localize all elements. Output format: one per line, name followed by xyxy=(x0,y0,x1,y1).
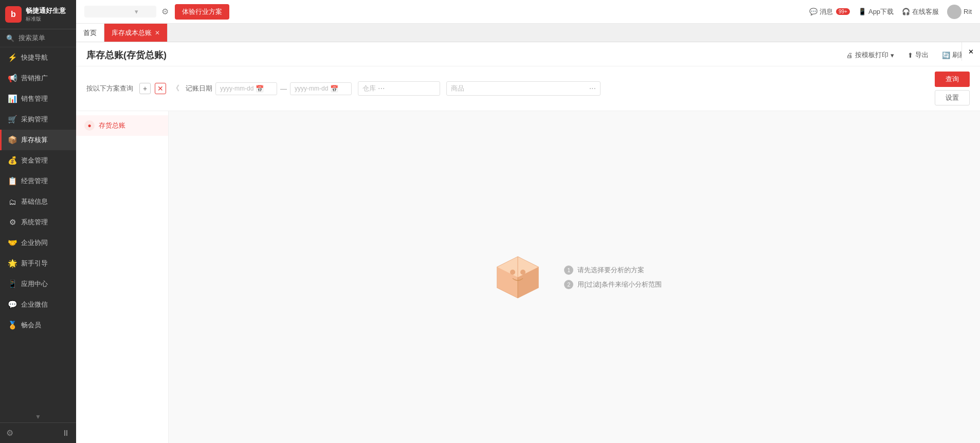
query-button[interactable]: 查询 xyxy=(935,72,970,87)
sidebar-item-fund[interactable]: 💰 资金管理 xyxy=(0,150,76,171)
sidebar-item-label: 销售管理 xyxy=(21,94,48,103)
empty-state-inner: 1 请先选择要分析的方案 2 用[过滤]条件来缩小分析范围 xyxy=(487,246,661,308)
user-name: Rit xyxy=(964,8,972,15)
avatar xyxy=(947,5,961,19)
app-download-button[interactable]: 📱 App下载 xyxy=(858,7,894,16)
sidebar-item-label: 企业微信 xyxy=(21,300,48,309)
scheme-item-inventory-ledger[interactable]: ● 存货总账 xyxy=(76,115,168,136)
sidebar-item-label: 应用中心 xyxy=(21,279,48,289)
sidebar-item-system[interactable]: ⚙ 系统管理 xyxy=(0,212,76,233)
main-panel: 库存总账(存货总账) 🖨 按模板打印 ▾ ⬆ 导出 🔄 刷新 xyxy=(76,42,980,443)
tab-inventory-ledger[interactable]: 库存成本总账 ✕ xyxy=(104,24,168,42)
empty-tip-1-text: 请先选择要分析的方案 xyxy=(577,265,644,275)
print-icon: 🖨 xyxy=(846,51,853,59)
sidebar-item-label: 资金管理 xyxy=(21,156,48,165)
message-button[interactable]: 💬 消息 99+ xyxy=(809,7,850,16)
empty-tip-2: 2 用[过滤]条件来缩小分析范围 xyxy=(564,280,661,289)
warehouse-field-group: 仓库 ··· xyxy=(358,81,440,96)
tab-inventory-label: 库存成本总账 xyxy=(112,28,152,38)
panel-header: 库存总账(存货总账) 🖨 按模板打印 ▾ ⬆ 导出 🔄 刷新 xyxy=(76,42,980,66)
sidebar-item-enterprise[interactable]: 🤝 企业协同 xyxy=(0,233,76,253)
online-service-label: 在线客服 xyxy=(912,7,939,16)
user-avatar-area[interactable]: Rit xyxy=(947,5,972,19)
print-template-label: 按模板打印 xyxy=(855,50,888,60)
settings-footer-icon[interactable]: ⚙ xyxy=(6,428,13,438)
empty-svg xyxy=(487,246,549,308)
date-start-input[interactable]: yyyy-mm-dd 📅 xyxy=(215,82,277,95)
date-end-placeholder: yyyy-mm-dd xyxy=(295,85,328,92)
sidebar-item-guide[interactable]: 🌟 新手引导 xyxy=(0,253,76,274)
sidebar-item-label: 采购管理 xyxy=(21,115,48,124)
app-brand-name: 畅捷通好生意 xyxy=(26,6,66,15)
calendar-start-icon: 📅 xyxy=(256,85,264,93)
search-icon: 🔍 xyxy=(6,34,14,42)
sidebar-item-label: 畅会员 xyxy=(21,321,41,330)
tip-num-1: 1 xyxy=(564,265,573,275)
date-start-placeholder: yyyy-mm-dd xyxy=(220,85,253,92)
sidebar-search-label: 搜索菜单 xyxy=(19,33,45,43)
sidebar-item-label: 新手引导 xyxy=(21,259,48,268)
settings-button[interactable]: 设置 xyxy=(935,90,970,105)
product-placeholder: 商品 xyxy=(451,84,464,93)
sidebar-item-basic-info[interactable]: 🗂 基础信息 xyxy=(0,191,76,212)
sidebar-item-wecom[interactable]: 💬 企业微信 xyxy=(0,294,76,315)
empty-tips: 1 请先选择要分析的方案 2 用[过滤]条件来缩小分析范围 xyxy=(564,265,661,289)
content-area: 库存总账(存货总账) 🖨 按模板打印 ▾ ⬆ 导出 🔄 刷新 xyxy=(76,42,980,443)
wecom-icon: 💬 xyxy=(8,300,17,309)
scroll-down-indicator[interactable]: ▼ xyxy=(0,411,76,422)
panel-title: 库存总账(存货总账) xyxy=(86,49,167,61)
sales-icon: 📊 xyxy=(8,94,17,103)
sidebar-nav: ⚡ 快捷导航 📢 营销推广 📊 销售管理 🛒 采购管理 📦 库存核算 💰 资金管… xyxy=(0,47,76,411)
sidebar-item-member[interactable]: 🏅 畅会员 xyxy=(0,315,76,335)
scheme-item-label: 存货总账 xyxy=(99,121,125,130)
online-service-button[interactable]: 🎧 在线客服 xyxy=(902,7,939,16)
product-input[interactable]: 商品 ··· xyxy=(446,81,601,96)
filter-bar: 按以下方案查询 + ✕ 《 记账日期 yyyy-mm-dd 📅 — yyyy-m… xyxy=(76,66,980,111)
audio-footer-icon[interactable]: ⏸ xyxy=(62,429,70,438)
filter-collapse-button[interactable]: 《 xyxy=(170,83,182,94)
warehouse-placeholder: 仓库 xyxy=(362,84,376,93)
warehouse-more-icon: ··· xyxy=(378,84,385,93)
warehouse-input[interactable]: 仓库 ··· xyxy=(358,81,440,96)
operations-icon: 📋 xyxy=(8,176,17,186)
sidebar-footer: ⚙ ⏸ xyxy=(0,422,76,443)
export-button[interactable]: ⬆ 导出 xyxy=(903,48,933,62)
app-center-icon: 📱 xyxy=(8,279,17,289)
enterprise-icon: 🤝 xyxy=(8,238,17,247)
close-icon: ✕ xyxy=(968,48,974,56)
topbar-search-area[interactable]: ▾ xyxy=(84,6,156,17)
sidebar-item-sales[interactable]: 📊 销售管理 xyxy=(0,88,76,109)
sidebar-item-label: 快捷导航 xyxy=(21,53,48,62)
empty-tip-2-text: 用[过滤]条件来缩小分析范围 xyxy=(577,280,661,289)
app-logo-icon: b xyxy=(5,6,22,23)
main-area: ▾ ⚙ 体验行业方案 💬 消息 99+ 📱 App下载 🎧 在线客服 Rit xyxy=(76,0,980,443)
filter-add-button[interactable]: + xyxy=(139,83,151,94)
app-download-label: App下载 xyxy=(868,7,894,16)
sidebar-item-label: 企业协同 xyxy=(21,238,48,247)
sidebar-item-operations[interactable]: 📋 经营管理 xyxy=(0,171,76,191)
sidebar-item-inventory[interactable]: 📦 库存核算 xyxy=(0,130,76,150)
date-end-input[interactable]: yyyy-mm-dd 📅 xyxy=(290,82,352,95)
sidebar-item-purchase[interactable]: 🛒 采购管理 xyxy=(0,109,76,130)
panel-close-button[interactable]: ✕ xyxy=(961,42,980,61)
calendar-end-icon: 📅 xyxy=(330,85,338,93)
sidebar: b 畅捷通好生意 标准版 🔍 搜索菜单 ⚡ 快捷导航 📢 营销推广 📊 销售管理… xyxy=(0,0,76,443)
topbar: ▾ ⚙ 体验行业方案 💬 消息 99+ 📱 App下载 🎧 在线客服 Rit xyxy=(76,0,980,24)
filter-remove-button[interactable]: ✕ xyxy=(155,83,166,94)
export-label: 导出 xyxy=(915,50,929,60)
print-template-button[interactable]: 🖨 按模板打印 ▾ xyxy=(842,48,898,62)
sidebar-item-quick-nav[interactable]: ⚡ 快捷导航 xyxy=(0,47,76,68)
tab-home[interactable]: 首页 xyxy=(76,24,104,42)
basic-info-icon: 🗂 xyxy=(8,198,17,206)
sidebar-item-app-center[interactable]: 📱 应用中心 xyxy=(0,274,76,294)
sidebar-item-label: 系统管理 xyxy=(21,218,48,227)
sidebar-item-marketing[interactable]: 📢 营销推广 xyxy=(0,68,76,88)
sidebar-search[interactable]: 🔍 搜索菜单 xyxy=(0,29,76,47)
tab-close-icon[interactable]: ✕ xyxy=(155,29,160,37)
message-badge: 99+ xyxy=(836,8,850,15)
trial-industry-button[interactable]: 体验行业方案 xyxy=(175,4,229,20)
filter-fields: 记账日期 yyyy-mm-dd 📅 — yyyy-mm-dd 📅 xyxy=(186,81,931,96)
settings-gear-icon[interactable]: ⚙ xyxy=(161,7,169,16)
action-buttons: 查询 设置 xyxy=(935,72,970,105)
tab-home-label: 首页 xyxy=(83,28,97,38)
